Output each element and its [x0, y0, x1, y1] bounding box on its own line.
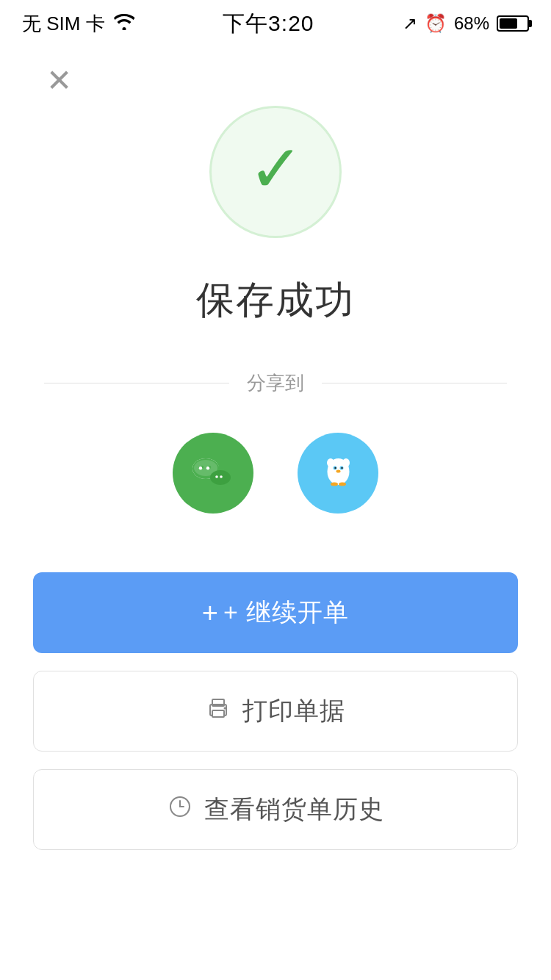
svg-point-16 [336, 469, 340, 472]
status-left: 无 SIM 卡 [22, 11, 134, 37]
battery-percentage: 68% [454, 13, 489, 34]
action-buttons: + + 继续开单 打印单据 查看销货单历史 [33, 572, 518, 850]
print-button[interactable]: 打印单据 [33, 671, 518, 752]
share-divider: 分享到 [0, 370, 551, 396]
status-bar: 无 SIM 卡 下午3:20 ↗ ⏰ 68% [0, 0, 551, 47]
no-sim-text: 无 SIM 卡 [22, 11, 105, 37]
battery-fill [500, 18, 517, 29]
svg-point-7 [215, 475, 218, 478]
success-circle: ✓ [209, 106, 342, 238]
divider-line-right [322, 383, 507, 383]
qq-share-button[interactable] [298, 433, 378, 514]
history-icon [168, 794, 192, 825]
continue-order-button[interactable]: + + 继续开单 [33, 572, 518, 653]
svg-point-18 [342, 458, 350, 467]
wechat-share-button[interactable] [173, 433, 253, 514]
svg-rect-23 [212, 710, 224, 717]
print-label: 打印单据 [242, 694, 345, 728]
svg-point-24 [224, 707, 226, 710]
svg-point-17 [327, 458, 334, 467]
divider-line-left [44, 383, 229, 383]
continue-order-label: + 继续开单 [223, 596, 349, 630]
svg-point-20 [339, 482, 346, 486]
qq-icon [314, 450, 362, 497]
history-label: 查看销货单历史 [204, 793, 384, 826]
svg-point-14 [334, 466, 336, 468]
svg-point-19 [331, 482, 338, 486]
status-time: 下午3:20 [223, 9, 314, 39]
plus-icon: + [202, 597, 219, 629]
alarm-icon: ⏰ [425, 13, 447, 34]
svg-point-8 [220, 475, 223, 478]
share-divider-text: 分享到 [229, 370, 322, 396]
share-icons [173, 433, 378, 514]
wifi-icon [114, 12, 134, 35]
checkmark-icon: ✓ [248, 136, 303, 202]
close-icon: ✕ [46, 65, 72, 96]
history-button[interactable]: 查看销货单历史 [33, 769, 518, 850]
svg-point-15 [341, 466, 342, 468]
close-button[interactable]: ✕ [37, 59, 81, 103]
success-title: 保存成功 [196, 275, 355, 326]
print-icon [206, 696, 231, 727]
wechat-icon [190, 450, 237, 497]
location-icon: ↗ [403, 13, 417, 34]
main-content: ✓ 保存成功 分享到 [0, 47, 551, 850]
status-right: ↗ ⏰ 68% [403, 13, 529, 34]
battery-bar [497, 15, 529, 32]
